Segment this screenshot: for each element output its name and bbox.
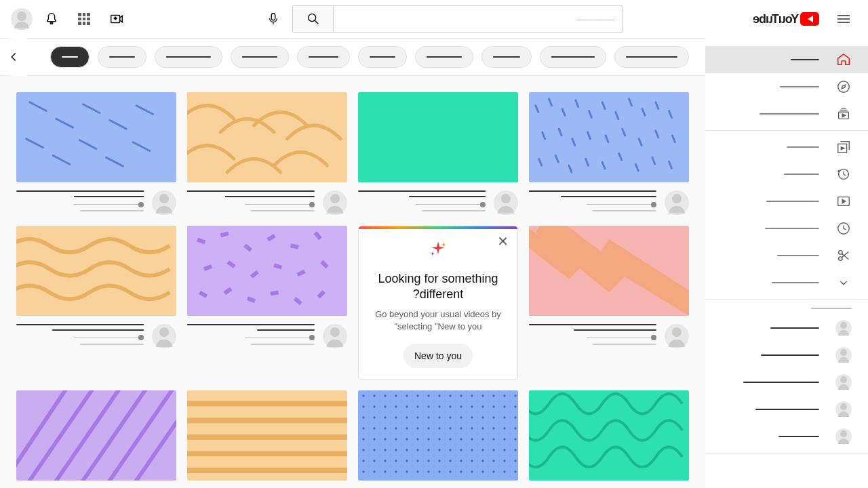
video-card[interactable] bbox=[358, 390, 518, 488]
svg-line-56 bbox=[106, 157, 123, 166]
chip[interactable] bbox=[231, 46, 289, 68]
logo-text: YouTube bbox=[753, 12, 799, 26]
chips-scroll-button[interactable] bbox=[0, 38, 27, 76]
video-card[interactable] bbox=[187, 390, 347, 488]
video-meta bbox=[187, 190, 347, 215]
apps-button[interactable] bbox=[71, 5, 98, 33]
chip[interactable] bbox=[297, 46, 350, 68]
search-button[interactable] bbox=[293, 6, 334, 32]
logo-icon bbox=[800, 12, 819, 26]
channel-avatar-icon bbox=[835, 374, 852, 390]
search-input[interactable] bbox=[334, 6, 623, 32]
video-card[interactable] bbox=[529, 92, 689, 215]
sidebar-sub-item[interactable] bbox=[705, 423, 868, 450]
video-card[interactable] bbox=[16, 226, 176, 380]
video-stats bbox=[422, 210, 486, 211]
history-icon bbox=[835, 166, 852, 182]
home-icon bbox=[835, 52, 852, 68]
channel-avatar[interactable] bbox=[665, 324, 689, 348]
account-avatar[interactable] bbox=[11, 8, 33, 30]
svg-line-44 bbox=[619, 153, 622, 160]
sidebar-item-your-videos[interactable] bbox=[705, 188, 868, 215]
sidebar-item-show-more[interactable] bbox=[705, 269, 868, 296]
video-card[interactable] bbox=[187, 92, 347, 215]
sidebar-item-explore[interactable] bbox=[705, 73, 868, 100]
sidebar-item-watch-later[interactable] bbox=[705, 215, 868, 242]
channel-avatar[interactable] bbox=[494, 190, 518, 215]
chip[interactable] bbox=[98, 46, 146, 68]
video-card[interactable] bbox=[529, 226, 689, 380]
channel-avatar[interactable] bbox=[323, 324, 347, 348]
chevron-down-icon bbox=[835, 274, 852, 291]
chip[interactable] bbox=[155, 46, 222, 68]
channel-avatar[interactable] bbox=[323, 190, 347, 215]
sidebar-item-subscriptions[interactable] bbox=[705, 100, 868, 127]
svg-rect-70 bbox=[199, 291, 208, 298]
svg-rect-72 bbox=[247, 296, 256, 303]
mic-icon bbox=[266, 12, 281, 26]
video-thumbnail bbox=[358, 92, 518, 182]
promo-card: ✕ Looking for something different? Go be… bbox=[358, 226, 518, 380]
video-title bbox=[358, 190, 486, 192]
video-card[interactable] bbox=[358, 92, 518, 215]
svg-line-52 bbox=[136, 106, 153, 115]
sidebar-sub-item[interactable] bbox=[705, 314, 868, 342]
sidebar-sub-item[interactable] bbox=[705, 396, 868, 423]
clock-icon bbox=[835, 220, 852, 237]
sidebar-sub-item[interactable] bbox=[705, 369, 868, 396]
sidebar-item-label bbox=[722, 382, 819, 383]
video-card[interactable] bbox=[16, 390, 176, 488]
sidebar-item-your-clips[interactable] bbox=[705, 242, 868, 269]
video-meta bbox=[358, 190, 518, 215]
channel-avatar[interactable] bbox=[665, 190, 689, 215]
svg-line-45 bbox=[635, 164, 638, 171]
create-icon bbox=[109, 12, 124, 26]
video-title bbox=[16, 324, 144, 325]
svg-line-22 bbox=[576, 100, 578, 107]
chip[interactable] bbox=[415, 46, 473, 68]
svg-line-40 bbox=[555, 155, 558, 162]
topbar-center bbox=[260, 5, 623, 33]
explore-icon bbox=[835, 79, 852, 95]
video-title bbox=[74, 196, 144, 197]
create-button[interactable] bbox=[103, 5, 130, 33]
svg-line-24 bbox=[602, 102, 605, 109]
svg-rect-67 bbox=[273, 263, 282, 269]
svg-line-51 bbox=[110, 120, 127, 129]
menu-button[interactable] bbox=[830, 5, 857, 33]
sidebar-item-library[interactable] bbox=[705, 134, 868, 161]
svg-line-30 bbox=[542, 132, 545, 139]
video-stats bbox=[593, 344, 656, 345]
svg-line-1 bbox=[315, 20, 318, 24]
svg-rect-2 bbox=[272, 14, 276, 20]
sidebar-item-home[interactable] bbox=[705, 46, 868, 73]
video-card[interactable] bbox=[187, 226, 347, 380]
chip-active[interactable] bbox=[50, 46, 90, 68]
svg-line-32 bbox=[572, 139, 575, 146]
channel-name bbox=[245, 338, 315, 339]
chip[interactable] bbox=[358, 46, 407, 68]
close-button[interactable]: ✕ bbox=[494, 233, 511, 249]
svg-rect-61 bbox=[267, 234, 275, 241]
chip[interactable] bbox=[540, 46, 606, 68]
video-card[interactable] bbox=[16, 92, 176, 215]
chip[interactable] bbox=[481, 46, 532, 68]
logo[interactable]: YouTube bbox=[753, 12, 819, 26]
video-title bbox=[409, 196, 486, 197]
search-icon bbox=[306, 12, 321, 26]
svg-line-28 bbox=[656, 102, 658, 109]
chip[interactable] bbox=[614, 46, 689, 68]
promo-button[interactable]: New to you bbox=[403, 344, 473, 368]
channel-avatar[interactable] bbox=[152, 190, 176, 215]
sidebar-sub-item[interactable] bbox=[705, 342, 868, 369]
svg-line-48 bbox=[30, 102, 47, 111]
notifications-button[interactable] bbox=[38, 5, 65, 33]
voice-search-button[interactable] bbox=[260, 5, 287, 33]
svg-line-26 bbox=[629, 99, 632, 106]
svg-line-33 bbox=[588, 132, 591, 139]
video-stats bbox=[251, 210, 315, 211]
channel-name bbox=[245, 204, 315, 205]
sidebar-item-history[interactable] bbox=[705, 161, 868, 188]
video-card[interactable] bbox=[529, 390, 689, 488]
channel-avatar[interactable] bbox=[152, 324, 176, 348]
